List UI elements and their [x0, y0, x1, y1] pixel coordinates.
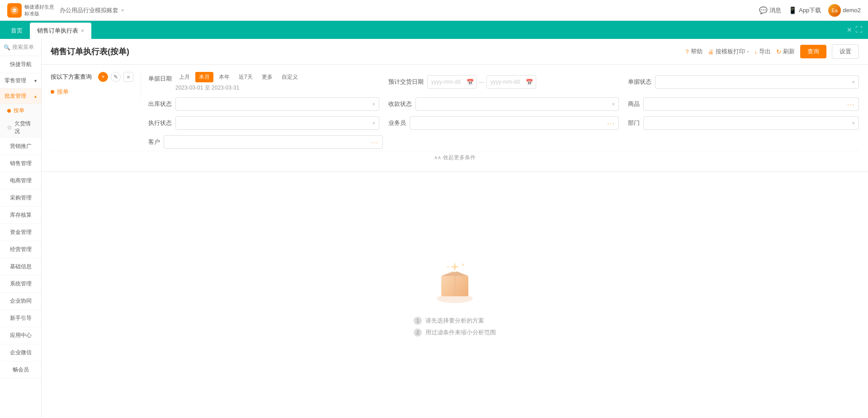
- bill-status-label: 单据状态: [628, 78, 651, 86]
- page-title: 销售订单执行表(按单): [51, 46, 129, 57]
- sidebar-sub-item-shortage[interactable]: ⊙ 欠货情况: [0, 117, 41, 138]
- expected-date-inputs: yyyy-mm-dd 📅 — yyyy-mm-dd 📅: [427, 75, 619, 89]
- tab-home[interactable]: 首页: [4, 23, 30, 39]
- sidebar-item-wholesale[interactable]: 批发管理 ▴: [0, 89, 41, 104]
- top-nav: 畅捷通好生意 标准版 办公用品行业模拟账套 ▾ 💬 消息 📱 App下载 Ea …: [0, 0, 868, 21]
- wholesale-arrow-icon: ▴: [34, 94, 37, 99]
- sidebar-sub-item-by-order[interactable]: 按单: [0, 104, 41, 117]
- customer-input[interactable]: ···: [164, 135, 383, 149]
- date-tab-7days[interactable]: 近7天: [235, 72, 256, 82]
- download-icon: 📱: [788, 6, 797, 14]
- collapse-button[interactable]: ∧∧ 收起更多条件: [51, 151, 859, 164]
- date-tab-more[interactable]: 更多: [258, 72, 276, 82]
- empty-state: 1 请先选择要分析的方案 2 用过滤条件来缩小分析范围: [42, 172, 868, 418]
- print-icon: 🖨: [708, 48, 714, 55]
- sidebar-item-retail[interactable]: 零售管理 ▾: [0, 73, 41, 89]
- outbound-label: 出库状态: [148, 100, 172, 108]
- sidebar-search[interactable]: 🔍 搜索菜单: [0, 39, 41, 56]
- sidebar: 🔍 搜索菜单 快捷导航 零售管理 ▾ 批发管理 ▴ 按单 ⊙ 欠货情况 营销推广…: [0, 39, 42, 418]
- dept-select[interactable]: [643, 116, 859, 130]
- sidebar-item-weixin[interactable]: 企业微信: [0, 344, 41, 361]
- query-button[interactable]: 查询: [800, 45, 826, 58]
- goods-input[interactable]: ···: [643, 97, 859, 111]
- outbound-status-field: 出库状态: [148, 97, 379, 111]
- sidebar-item-finance[interactable]: 资金管理: [0, 224, 41, 241]
- salesman-input[interactable]: ···: [410, 116, 619, 130]
- date-tab-custom[interactable]: 自定义: [278, 72, 302, 82]
- execute-status-field: 执行状态: [148, 116, 379, 130]
- help-icon: ?: [685, 48, 689, 55]
- scheme-collapse-button[interactable]: «: [123, 72, 133, 82]
- filter-row-2: 出库状态 收款状态 商品 ···: [148, 97, 859, 111]
- breadcrumb-area[interactable]: 办公用品行业模拟账套 ▾: [60, 6, 124, 14]
- logo-area: 畅捷通好生意 标准版: [7, 3, 54, 18]
- sidebar-item-operations[interactable]: 经营管理: [0, 241, 41, 258]
- main-layout: 🔍 搜索菜单 快捷导航 零售管理 ▾ 批发管理 ▴ 按单 ⊙ 欠货情况 营销推广…: [0, 39, 868, 418]
- sidebar-item-basic[interactable]: 基础信息: [0, 258, 41, 276]
- bill-status-field: 单据状态: [628, 72, 859, 92]
- content-area: 销售订单执行表(按单) ? 帮助 🖨 按模板打印 ▾ ↓ 导出 ↻ 刷新: [42, 39, 868, 418]
- sidebar-item-ecommerce[interactable]: 电商管理: [0, 172, 41, 190]
- expected-date-to-input[interactable]: yyyy-mm-dd 📅: [486, 75, 536, 89]
- breadcrumb-arrow-icon: ▾: [121, 7, 124, 14]
- date-range-display: 2023-03-01 至 2023-03-31: [175, 84, 302, 92]
- receipt-status-select[interactable]: [415, 97, 619, 111]
- sidebar-item-guide[interactable]: 新手引导: [0, 310, 41, 327]
- receipt-label: 收款状态: [388, 100, 412, 108]
- expected-date-from-input[interactable]: yyyy-mm-dd 📅: [427, 75, 477, 89]
- sidebar-item-marketing[interactable]: 营销推广: [0, 138, 41, 155]
- search-icon: 🔍: [4, 44, 10, 51]
- logo-icon: [7, 3, 22, 18]
- execute-status-select[interactable]: [175, 116, 379, 130]
- date-range-tabs: 上月 本月 本年 近7天 更多 自定义: [175, 72, 302, 82]
- user-menu-button[interactable]: Ea demo2: [828, 4, 861, 17]
- tab-maximize-icon[interactable]: ⛶: [855, 26, 863, 33]
- date-tab-last-month[interactable]: 上月: [175, 72, 193, 82]
- date-tab-this-year[interactable]: 本年: [215, 72, 233, 82]
- sidebar-item-inventory[interactable]: 库存核算: [0, 207, 41, 224]
- sidebar-item-purchase[interactable]: 采购管理: [0, 190, 41, 207]
- plus-icon: +: [101, 74, 104, 80]
- print-button[interactable]: 🖨 按模板打印 ▾: [708, 48, 749, 56]
- edit-icon: ✎: [113, 74, 118, 80]
- date-field-group: 单据日期 上月 本月 本年 近7天 更多 自定义 20: [148, 72, 379, 92]
- empty-illustration: [428, 253, 482, 308]
- collapse-up-icon: ∧∧: [434, 155, 441, 161]
- refresh-button[interactable]: ↻ 刷新: [776, 48, 795, 56]
- customer-label: 客户: [148, 138, 160, 146]
- app-download-button[interactable]: 📱 App下载: [788, 6, 821, 14]
- sidebar-item-quick-nav[interactable]: 快捷导航: [0, 56, 41, 73]
- scheme-list-item[interactable]: 按单: [51, 86, 133, 98]
- outbound-status-select[interactable]: [175, 97, 379, 111]
- salesman-dots-icon: ···: [607, 120, 615, 127]
- dept-field: 部门: [628, 116, 859, 130]
- sidebar-item-cooperation[interactable]: 企业协同: [0, 293, 41, 310]
- bill-status-select[interactable]: [655, 75, 859, 89]
- help-button[interactable]: ? 帮助: [685, 48, 702, 56]
- scheme-add-button[interactable]: +: [98, 72, 108, 82]
- date-label: 单据日期: [148, 72, 172, 83]
- settings-button[interactable]: 设置: [832, 44, 859, 59]
- scheme-actions: + ✎ «: [98, 72, 133, 82]
- sidebar-item-system[interactable]: 系统管理: [0, 276, 41, 293]
- customer-dots-icon: ···: [371, 139, 379, 146]
- logo-text: 畅捷通好生意 标准版: [24, 4, 54, 17]
- date-tab-this-month[interactable]: 本月: [195, 72, 213, 82]
- sidebar-item-appstore[interactable]: 应用中心: [0, 327, 41, 344]
- filter-row-3: 执行状态 业务员 ··· 部门: [148, 116, 859, 130]
- collapse-arrow-icon: «: [127, 74, 130, 80]
- export-button[interactable]: ↓ 导出: [755, 48, 771, 56]
- goods-label: 商品: [628, 100, 640, 108]
- tab-close-icon[interactable]: ×: [81, 28, 84, 34]
- tab-minimize-icon[interactable]: ×: [847, 26, 852, 34]
- top-nav-left: 畅捷通好生意 标准版 办公用品行业模拟账套 ▾: [7, 3, 124, 18]
- calendar-from-icon: 📅: [467, 79, 474, 86]
- svg-point-6: [462, 264, 464, 266]
- tab-active[interactable]: 销售订单执行表 ×: [30, 23, 91, 39]
- sidebar-item-sales[interactable]: 销售管理: [0, 155, 41, 172]
- scheme-edit-button[interactable]: ✎: [111, 72, 121, 82]
- scheme-panel: 按以下方案查询 + ✎ «: [51, 72, 141, 98]
- message-button[interactable]: 💬 消息: [759, 6, 781, 14]
- filter-row-4: 客户 ···: [148, 135, 383, 149]
- sidebar-item-member[interactable]: 畅会员: [0, 361, 41, 379]
